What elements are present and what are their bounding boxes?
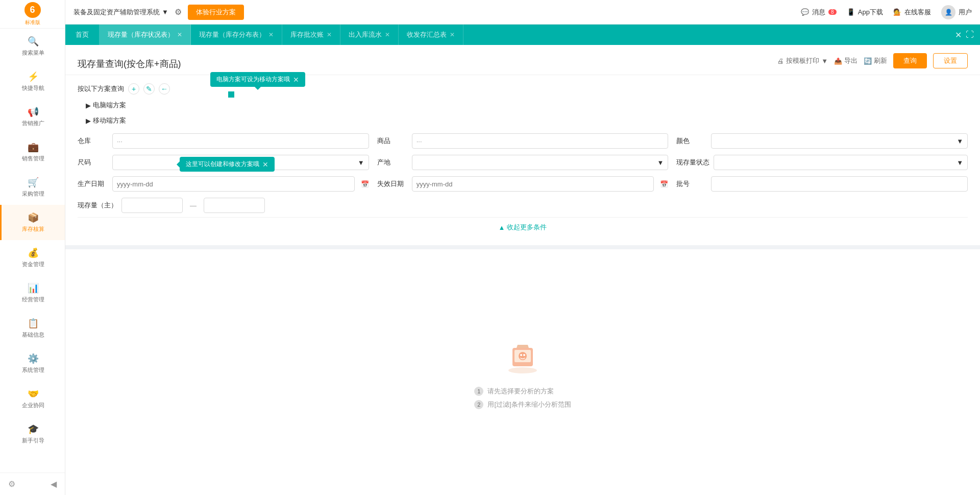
sidebar-item-system[interactable]: ⚙️ 系统管理 [0,346,65,381]
empty-hint-1: 1 请先选择要分析的方案 [474,387,571,396]
tab-home[interactable]: 首页 [65,25,100,45]
collab-icon: 🤝 [28,388,39,399]
color-label: 颜色 [676,136,707,146]
sidebar-item-quicknav[interactable]: ⚡ 快捷导航 [0,64,65,99]
sidebar-item-label: 企业协同 [22,402,44,409]
sidebar-item-collab[interactable]: 🤝 企业协同 [0,381,65,416]
tab-flow[interactable]: 出入库流水 ✕ [340,25,399,45]
mfg-date-calendar-icon[interactable]: 📅 [361,180,369,188]
sidebar-footer: ⚙ ◀ [0,473,65,495]
sidebar-item-sales[interactable]: 💼 销售管理 [0,134,65,170]
service-icon: 💁 [893,8,901,16]
tab-batch[interactable]: 库存批次账 ✕ [282,25,340,45]
hint-num-2: 2 [474,400,483,409]
exp-date-label: 失效日期 [377,179,408,188]
sidebar-item-label: 采购管理 [22,190,44,198]
sidebar-item-label: 系统管理 [22,366,44,374]
sidebar-item-purchase[interactable]: 🛒 采购管理 [0,170,65,205]
settings-footer-icon[interactable]: ⚙ [8,479,15,489]
tab-batch-close[interactable]: ✕ [327,31,332,38]
scheme-group-pc-label: 电脑端方案 [93,101,126,110]
system-selector[interactable]: 装备及固定资产辅助管理系统 ▼ [74,8,168,17]
filter-rows: 仓库 ··· 商品 ··· 颜色 [78,133,968,213]
tab-stock-status[interactable]: 现存量（库存状况表） ✕ [100,25,191,45]
home-tab-label: 首页 [76,30,89,39]
tab-summary[interactable]: 收发存汇总表 ✕ [399,25,463,45]
color-select[interactable]: ▼ [711,133,968,149]
sidebar-item-label: 销售管理 [22,155,44,162]
filter-exp-date: 失效日期 📅 [377,176,669,192]
query-button[interactable]: 查询 [893,53,927,68]
message-action[interactable]: 💬 消息 8 [801,8,837,17]
add-scheme-button[interactable]: + [128,83,139,95]
tab-flow-close[interactable]: ✕ [385,31,390,38]
sidebar: 6 标准版 🔍 搜索菜单 ⚡ 快捷导航 📢 营销推广 💼 销售管理 🛒 采购管理… [0,0,65,495]
export-action[interactable]: 📤 导出 [834,56,857,65]
sidebar-item-label: 经营管理 [22,296,44,303]
sidebar-item-inventory[interactable]: 📦 库存核算 [0,205,65,240]
filter-row-3: 生产日期 📅 失效日期 📅 批号 [78,176,968,192]
settings-icon[interactable]: ⚙ [175,7,182,17]
scheme-group-mobile[interactable]: ▶ 移动端方案 [78,116,968,129]
empty-state: 1 请先选择要分析的方案 2 用[过滤]条件来缩小分析范围 [65,249,980,495]
sidebar-item-guide[interactable]: 🎓 新手引导 [0,416,65,452]
logo-icon: 6 [24,2,41,18]
page-actions: 🖨 按模板打印 ▼ 📤 导出 🔄 刷新 查询 设置 [777,53,968,75]
tab-stock-dist[interactable]: 现存量（库存分布表） ✕ [191,25,282,45]
mfg-date-label: 生产日期 [78,179,108,188]
sidebar-item-basic[interactable]: 📋 基础信息 [0,311,65,346]
tab-stock-dist-label: 现存量（库存分布表） [199,30,265,39]
tab-summary-close[interactable]: ✕ [450,31,455,38]
collapse-sidebar-icon[interactable]: ◀ [51,479,57,489]
user-action[interactable]: 👤 用户 [941,5,972,19]
user-label: 用户 [959,8,972,17]
page-header: 现存量查询(按仓库+商品) 🖨 按模板打印 ▼ 📤 导出 🔄 刷新 查询 设置 [65,45,980,75]
finance-icon: 💰 [28,247,39,258]
online-service-action[interactable]: 💁 在线客服 [893,8,931,17]
svg-point-0 [508,367,537,373]
tab-close-all-icon[interactable]: ✕ [955,30,962,40]
sidebar-item-marketing[interactable]: 📢 营销推广 [0,99,65,134]
mfg-date-input[interactable] [112,176,355,192]
batch-input[interactable] [711,176,968,192]
filter-goods: 商品 ··· [377,133,669,149]
goods-dots: ··· [416,137,422,145]
system-name: 装备及固定资产辅助管理系统 [74,8,160,17]
exp-date-input[interactable] [412,176,654,192]
scheme-tree-arrow-pc: ▶ [86,102,91,109]
tooltip-connector-dot [228,91,234,98]
exp-date-calendar-icon[interactable]: 📅 [660,180,668,188]
stock-status-select[interactable]: ▼ [714,155,968,170]
trial-button[interactable]: 体验行业方案 [188,5,244,20]
scheme-tooltip-close[interactable]: ✕ [293,76,299,84]
message-icon: 💬 [801,8,809,16]
collapse-bar[interactable]: ▲ 收起更多条件 [78,217,968,237]
sidebar-item-management[interactable]: 📊 经营管理 [0,275,65,311]
scheme-group-pc[interactable]: ▶ 电脑端方案 [86,101,126,110]
sidebar-item-label: 资金管理 [22,261,44,268]
sidebar-item-label: 营销推广 [22,120,44,127]
top-header: 装备及固定资产辅助管理系统 ▼ ⚙ 体验行业方案 💬 消息 8 📱 App下载 … [65,0,980,25]
stock-main-from-input[interactable] [121,198,183,213]
create-tooltip-close[interactable]: ✕ [262,160,268,169]
origin-select[interactable]: ▼ [412,155,669,170]
tab-stock-dist-close[interactable]: ✕ [268,31,274,38]
back-scheme-button[interactable]: ← [159,83,170,95]
reset-button[interactable]: 设置 [933,53,968,68]
refresh-action[interactable]: 🔄 刷新 [864,56,887,65]
edit-scheme-button[interactable]: ✎ [143,83,155,95]
header-left: 装备及固定资产辅助管理系统 ▼ ⚙ 体验行业方案 [74,5,244,20]
tab-summary-label: 收发存汇总表 [407,30,447,39]
tab-batch-label: 库存批次账 [290,30,324,39]
tab-stock-status-close[interactable]: ✕ [177,31,182,38]
sidebar-item-search[interactable]: 🔍 搜索菜单 [0,29,65,64]
sidebar-item-label: 快捷导航 [22,84,44,92]
goods-select[interactable]: ··· [412,133,669,149]
print-action[interactable]: 🖨 按模板打印 ▼ [777,56,828,65]
tab-maximize-icon[interactable]: ⛶ [966,30,974,39]
warehouse-select[interactable]: ··· [112,133,369,149]
stock-main-to-input[interactable] [204,198,265,213]
app-download-action[interactable]: 📱 App下载 [847,8,883,17]
sidebar-item-finance[interactable]: 💰 资金管理 [0,240,65,275]
filter-warehouse: 仓库 ··· [78,133,369,149]
